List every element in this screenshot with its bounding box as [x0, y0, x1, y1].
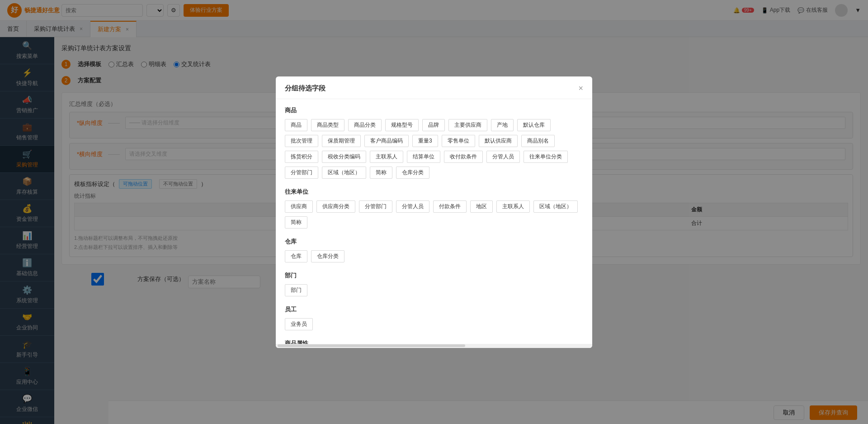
field-abbr[interactable]: 简称: [370, 167, 392, 179]
modal-close-button[interactable]: ×: [578, 84, 583, 93]
section-warehouse-title: 仓库: [285, 238, 583, 246]
field-retail-unit[interactable]: 零售单位: [442, 135, 475, 147]
field-spec-model[interactable]: 规格型号: [385, 119, 419, 131]
modal-body: 商品 商品 商品类型 商品分类 规格型号 品牌 主要供应商 产地 默认仓库 批次…: [276, 99, 592, 344]
field-warehouse[interactable]: 仓库: [285, 250, 307, 262]
section-dept-title: 部门: [285, 272, 583, 280]
field-salesperson[interactable]: 业务员: [285, 318, 313, 330]
field-product-type[interactable]: 商品类型: [311, 119, 344, 131]
field-region[interactable]: 区域（地区）: [322, 167, 366, 179]
field-warehouse-cat[interactable]: 仓库分类: [396, 167, 429, 179]
section-warehouse: 仓库 仓库 仓库分类: [285, 238, 583, 262]
scrollbar-thumb-h: [278, 344, 465, 347]
field-dept-managed[interactable]: 分管部门: [285, 167, 318, 179]
modal-header: 分组待选字段 ×: [276, 76, 592, 99]
section-partner: 往来单位 供应商 供应商分类 分管部门 分管人员 付款条件 地区 主联系人 区域…: [285, 188, 583, 229]
field-region2[interactable]: 区域（地区）: [533, 200, 578, 213]
field-dept-managed2[interactable]: 分管部门: [359, 200, 392, 213]
section-employee: 员工 业务员: [285, 305, 583, 330]
field-tax-code[interactable]: 税收分类编码: [322, 151, 366, 163]
field-pick-points[interactable]: 拣货积分: [285, 151, 318, 163]
field-main-supplier[interactable]: 主要供应商: [448, 119, 487, 131]
field-dept[interactable]: 部门: [285, 284, 307, 296]
field-customer-code[interactable]: 客户商品编码: [364, 135, 409, 147]
field-main-contact2[interactable]: 主联系人: [496, 200, 530, 213]
modal-overlay: 分组待选字段 × 商品 商品 商品类型 商品分类 规格型号 品牌 主要供应商 产…: [0, 0, 868, 424]
section-product-attr-title: 商品属性: [285, 339, 583, 344]
field-supplier[interactable]: 供应商: [285, 200, 313, 213]
field-batch-mgmt[interactable]: 批次管理: [285, 135, 318, 147]
field-product-category[interactable]: 商品分类: [348, 119, 382, 131]
field-select-modal: 分组待选字段 × 商品 商品 商品类型 商品分类 规格型号 品牌 主要供应商 产…: [276, 76, 592, 348]
section-product-attr: 商品属性 属性 颜色 多规格 尺码 鞋码 1: [285, 339, 583, 344]
warehouse-fields-grid: 仓库 仓库分类: [285, 250, 583, 262]
field-expiry-mgmt[interactable]: 保质期管理: [322, 135, 361, 147]
field-payment-terms[interactable]: 收付款条件: [444, 151, 483, 163]
partner-fields-grid: 供应商 供应商分类 分管部门 分管人员 付款条件 地区 主联系人 区域（地区） …: [285, 200, 583, 229]
field-product[interactable]: 商品: [285, 119, 307, 131]
field-product-alias[interactable]: 商品别名: [521, 135, 555, 147]
dept-fields-grid: 部门: [285, 284, 583, 296]
modal-title: 分组待选字段: [285, 84, 326, 93]
field-default-warehouse[interactable]: 默认仓库: [517, 119, 551, 131]
field-warehouse-category[interactable]: 仓库分类: [311, 250, 344, 262]
section-product: 商品 商品 商品类型 商品分类 规格型号 品牌 主要供应商 产地 默认仓库 批次…: [285, 106, 583, 179]
field-main-contact[interactable]: 主联系人: [370, 151, 403, 163]
modal-scrollbar-h[interactable]: [276, 344, 592, 348]
section-product-title: 商品: [285, 106, 583, 114]
field-partner-category[interactable]: 往来单位分类: [524, 151, 568, 163]
field-payment-cond[interactable]: 付款条件: [433, 200, 467, 213]
field-default-supplier[interactable]: 默认供应商: [479, 135, 518, 147]
field-weight3[interactable]: 重量3: [412, 135, 438, 147]
field-supplier-category[interactable]: 供应商分类: [316, 200, 355, 213]
employee-fields-grid: 业务员: [285, 318, 583, 330]
product-fields-grid: 商品 商品类型 商品分类 规格型号 品牌 主要供应商 产地 默认仓库 批次管理 …: [285, 119, 583, 179]
field-abbr2[interactable]: 简称: [285, 216, 307, 229]
field-brand[interactable]: 品牌: [422, 119, 445, 131]
section-dept: 部门 部门: [285, 272, 583, 296]
field-supervisor2[interactable]: 分管人员: [396, 200, 429, 213]
section-employee-title: 员工: [285, 305, 583, 314]
field-origin[interactable]: 产地: [491, 119, 514, 131]
field-settlement-unit[interactable]: 结算单位: [407, 151, 440, 163]
field-area[interactable]: 地区: [470, 200, 493, 213]
field-supervisor[interactable]: 分管人员: [486, 151, 520, 163]
section-partner-title: 往来单位: [285, 188, 583, 196]
